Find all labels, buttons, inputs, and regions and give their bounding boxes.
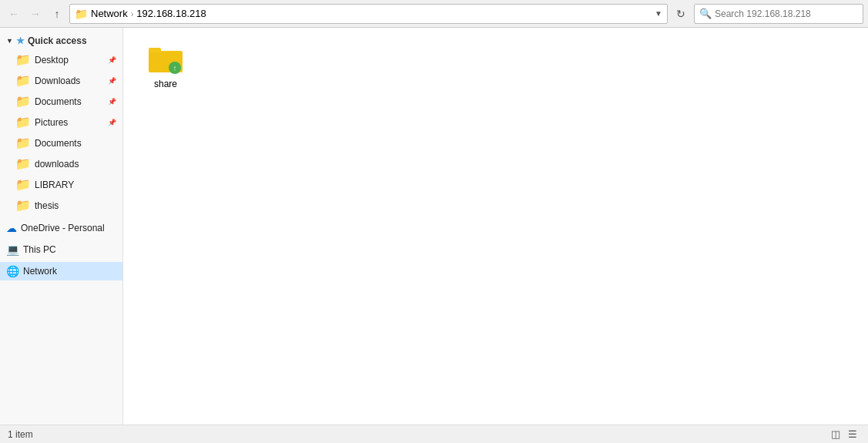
- sidebar-section-quick-access[interactable]: ▼ ★ Quick access: [0, 32, 122, 49]
- sidebar-item-onedrive[interactable]: ☁ OneDrive - Personal: [0, 219, 122, 237]
- sidebar-item-downloads[interactable]: 📁 Downloads 📌: [0, 70, 122, 91]
- downloads-pin-icon: 📌: [108, 77, 116, 85]
- sidebar-item-network[interactable]: 🌐 Network: [0, 262, 122, 280]
- pictures-label: Pictures: [35, 117, 68, 128]
- documents2-icon: 📁: [15, 136, 31, 150]
- path-separator-1: ›: [131, 9, 134, 18]
- downloads2-icon: 📁: [15, 156, 31, 171]
- file-area: ↑ share: [123, 28, 868, 425]
- documents2-label: Documents: [35, 138, 82, 149]
- thesis-label: thesis: [35, 200, 59, 211]
- documents-icon: 📁: [15, 94, 31, 109]
- details-view-button[interactable]: ☰: [845, 427, 860, 442]
- back-button[interactable]: ←: [5, 5, 23, 23]
- onedrive-label: OneDrive - Personal: [21, 223, 105, 233]
- documents-pin-icon: 📌: [108, 98, 116, 106]
- downloads-label: Downloads: [35, 76, 80, 86]
- svg-rect-1: [149, 48, 161, 52]
- onedrive-icon: ☁: [6, 222, 17, 234]
- sidebar-item-thispc[interactable]: 💻 This PC: [0, 240, 122, 259]
- network-label: Network: [23, 266, 57, 277]
- downloads-icon: 📁: [15, 73, 31, 88]
- svg-text:↑: ↑: [173, 64, 177, 72]
- path-segment-ip: 192.168.18.218: [136, 8, 206, 19]
- thesis-icon: 📁: [15, 198, 31, 213]
- quick-access-label: Quick access: [28, 35, 87, 46]
- search-input[interactable]: [715, 8, 858, 19]
- up-button[interactable]: ↑: [48, 5, 66, 23]
- sidebar-item-desktop[interactable]: 📁 Desktop 📌: [0, 49, 122, 70]
- address-path-icon: 📁: [75, 8, 88, 20]
- sidebar-item-pictures[interactable]: 📁 Pictures 📌: [0, 112, 122, 133]
- main-area: ▼ ★ Quick access 📁 Desktop 📌 📁 Downloads…: [0, 28, 868, 425]
- desktop-pin-icon: 📌: [108, 56, 116, 64]
- sidebar-item-thesis[interactable]: 📁 thesis: [0, 195, 122, 216]
- library-label: LIBRARY: [35, 180, 74, 190]
- network-icon: 🌐: [6, 265, 19, 277]
- thispc-label: This PC: [23, 244, 56, 255]
- desktop-label: Desktop: [35, 55, 69, 65]
- sidebar-item-library[interactable]: 📁 LIBRARY: [0, 174, 122, 195]
- thispc-icon: 💻: [6, 243, 19, 256]
- address-bar: ← → ↑ 📁 Network › 192.168.18.218 ▼ ↻ 🔍: [0, 0, 868, 28]
- large-icons-view-button[interactable]: ◫: [828, 427, 843, 442]
- documents-label: Documents: [35, 96, 82, 107]
- sidebar-item-documents2[interactable]: 📁 Documents: [0, 133, 122, 153]
- downloads2-label: downloads: [35, 159, 79, 169]
- forward-button[interactable]: →: [26, 5, 45, 23]
- share-folder-label: share: [154, 79, 177, 89]
- address-path[interactable]: 📁 Network › 192.168.18.218 ▼: [69, 4, 668, 24]
- pictures-pin-icon: 📌: [108, 119, 116, 126]
- quick-access-star-icon: ★: [16, 35, 25, 46]
- sidebar-item-downloads2[interactable]: 📁 downloads: [0, 153, 122, 174]
- status-bar: 1 item ◫ ☰: [0, 425, 868, 443]
- search-box: 🔍: [694, 4, 863, 24]
- share-folder-icon: ↑: [147, 42, 184, 76]
- library-icon: 📁: [15, 177, 31, 192]
- search-icon: 🔍: [699, 8, 712, 19]
- item-count: 1 item: [8, 429, 33, 440]
- view-buttons: ◫ ☰: [828, 427, 860, 442]
- quick-access-arrow: ▼: [6, 37, 13, 45]
- sidebar-item-documents[interactable]: 📁 Documents 📌: [0, 91, 122, 112]
- path-segment-network: Network: [91, 8, 128, 19]
- path-dropdown-arrow[interactable]: ▼: [655, 9, 662, 18]
- desktop-icon: 📁: [15, 52, 31, 67]
- pictures-icon: 📁: [15, 115, 31, 129]
- refresh-button[interactable]: ↻: [671, 4, 691, 24]
- list-item[interactable]: ↑ share: [131, 35, 200, 96]
- sidebar: ▼ ★ Quick access 📁 Desktop 📌 📁 Downloads…: [0, 28, 123, 425]
